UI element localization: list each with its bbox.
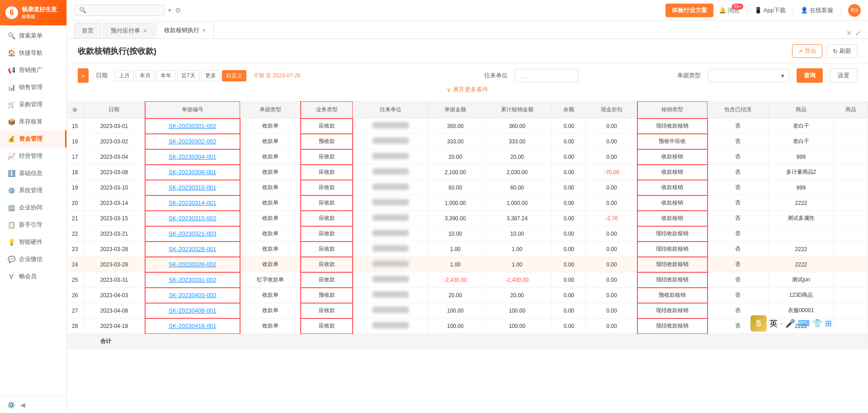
sidebar-item-marketing[interactable]: 📢 营销推广 bbox=[0, 62, 66, 79]
collapse-icon[interactable]: ◀ bbox=[20, 401, 25, 408]
doc-no-link[interactable]: SK-20230315-002 bbox=[169, 215, 217, 222]
dropdown-icon[interactable]: ▾ bbox=[168, 7, 171, 14]
cell-doc-no[interactable]: SK-20230304-001 bbox=[145, 149, 240, 165]
shirt-icon[interactable]: 👕 bbox=[812, 318, 822, 328]
cell-verify-type: 现结收款核销 bbox=[637, 318, 707, 334]
cell-biz-type: 应收款 bbox=[301, 149, 353, 165]
sidebar-item-capital[interactable]: 💰 资金管理 bbox=[0, 130, 66, 147]
filter-expand-button[interactable]: » bbox=[78, 68, 89, 83]
sidebar-item-quick-nav[interactable]: 🏠 快捷导航 bbox=[0, 44, 66, 62]
user-avatar[interactable]: Rit bbox=[848, 4, 861, 17]
th-amount[interactable]: 单据金额 bbox=[429, 101, 482, 119]
cell-doc-no[interactable]: SK-20230328-001 bbox=[145, 242, 240, 257]
sidebar-item-basic[interactable]: ℹ️ 基础信息 bbox=[0, 165, 66, 182]
partner-select[interactable]: ... bbox=[515, 69, 578, 82]
date-btn-custom[interactable]: 自定义 bbox=[222, 70, 246, 81]
date-btn-last-month[interactable]: 上月 bbox=[115, 70, 134, 81]
online-service[interactable]: 👤 在线客服 bbox=[801, 6, 833, 14]
doc-no-link[interactable]: SK-20230301-002 bbox=[169, 123, 217, 129]
sidebar-item-vip[interactable]: V 畅会员 bbox=[0, 268, 66, 285]
sidebar-item-sales[interactable]: 📊 销售管理 bbox=[0, 79, 66, 96]
cell-doc-no[interactable]: SK-20230403-002 bbox=[145, 288, 240, 303]
th-goods1[interactable]: 商品 bbox=[768, 101, 834, 119]
sidebar-item-enterprise-wx[interactable]: 💬 企业微信 bbox=[0, 251, 66, 268]
doc-no-link[interactable]: SK-20230331-002 bbox=[169, 276, 217, 283]
inventory-icon: 📦 bbox=[7, 118, 15, 125]
refresh-button[interactable]: ↻ 刷新 bbox=[827, 44, 857, 58]
doc-no-link[interactable]: SK-20230304-001 bbox=[169, 153, 217, 160]
notification-bell[interactable]: 🔔 消息 99+ bbox=[719, 6, 740, 14]
sidebar-item-system[interactable]: ⚙️ 系统管理 bbox=[0, 182, 66, 199]
doc-no-link[interactable]: SK-20230310-001 bbox=[169, 184, 217, 191]
cell-doc-no[interactable]: SK-20230302-002 bbox=[145, 134, 240, 149]
cell-doc-no[interactable]: SK-20230310-001 bbox=[145, 180, 240, 195]
date-btn-more[interactable]: 更多 bbox=[201, 70, 220, 81]
th-included[interactable]: 包含已结清 bbox=[708, 101, 768, 119]
cell-doc-no[interactable]: SK-20230301-002 bbox=[145, 119, 240, 134]
search-box[interactable]: 🔍 bbox=[74, 5, 165, 16]
tab-close-receipt-exec[interactable]: ✕ bbox=[202, 28, 206, 33]
mic-icon[interactable]: 🎤 bbox=[785, 318, 795, 328]
date-btn-this-year[interactable]: 本年 bbox=[156, 70, 175, 81]
cell-verified: 2,030.00 bbox=[482, 165, 552, 180]
cell-doc-no[interactable]: SK-20230418-001 bbox=[145, 318, 240, 334]
cell-amount: 1,000.00 bbox=[429, 195, 482, 211]
doc-no-link[interactable]: SK-20230314-001 bbox=[169, 199, 217, 206]
th-doc-no[interactable]: 单据编号 bbox=[145, 101, 240, 119]
sidebar-item-enterprise[interactable]: 🏢 企业协同 bbox=[0, 199, 66, 216]
tab-receipt-exec[interactable]: 收款核销执行 ✕ bbox=[156, 22, 214, 38]
tab-close-pre-receive[interactable]: ✕ bbox=[143, 28, 147, 34]
th-goods2[interactable]: 商品 bbox=[834, 101, 868, 119]
system-icon: ⚙️ bbox=[7, 187, 15, 194]
cell-doc-no[interactable]: SK-20230408-001 bbox=[145, 303, 240, 318]
doc-type-select[interactable]: ▾ bbox=[708, 69, 789, 82]
doc-no-link[interactable]: SK-20230321-003 bbox=[169, 230, 217, 237]
th-settings[interactable]: ⚙ bbox=[67, 101, 83, 119]
sidebar-item-search-menu[interactable]: 🔍 搜索菜单 bbox=[0, 27, 66, 44]
doc-no-link[interactable]: SK-20230408-001 bbox=[169, 307, 217, 314]
th-verified[interactable]: 累计核销金额 bbox=[482, 101, 552, 119]
export-button[interactable]: ↗ 导出 bbox=[792, 44, 822, 58]
sidebar-item-operations[interactable]: 📈 经营管理 bbox=[0, 147, 66, 165]
expand-more-conditions[interactable]: ∨ 展开更多条件 bbox=[78, 83, 857, 96]
topbar-settings-icon[interactable]: ⚙ bbox=[175, 6, 181, 14]
cell-doc-no[interactable]: SK-20230315-002 bbox=[145, 211, 240, 226]
doc-no-link[interactable]: SK-20230418-001 bbox=[169, 323, 217, 329]
cell-doc-no[interactable]: SK-20230314-001 bbox=[145, 195, 240, 211]
cell-goods2 bbox=[834, 211, 868, 226]
th-discount[interactable]: 现金折扣 bbox=[586, 101, 638, 119]
solution-button[interactable]: 体验行业方案 bbox=[665, 4, 713, 17]
keyboard-icon[interactable]: ⌨ bbox=[798, 318, 810, 328]
cell-doc-no[interactable]: SK-20230331-002 bbox=[145, 272, 240, 288]
sidebar-item-hardware[interactable]: 💡 智能硬件 bbox=[0, 233, 66, 251]
doc-no-link[interactable]: SK-20230328-001 bbox=[169, 246, 217, 252]
query-button[interactable]: 查询 bbox=[797, 68, 823, 83]
th-partner[interactable]: 往来单位 bbox=[353, 101, 429, 119]
cell-doc-no[interactable]: SK-20230321-003 bbox=[145, 226, 240, 242]
doc-no-link[interactable]: SK-20230328-002 bbox=[169, 261, 217, 268]
doc-no-link[interactable]: SK-20230403-002 bbox=[169, 292, 217, 299]
tab-pre-receive[interactable]: 预付应付单 ✕ bbox=[103, 23, 155, 38]
doc-no-link[interactable]: SK-20230308-001 bbox=[169, 169, 217, 176]
date-btn-this-month[interactable]: 本月 bbox=[136, 70, 155, 81]
expand-tab-btn[interactable]: ⤢ bbox=[855, 29, 861, 37]
grid-icon[interactable]: ⊞ bbox=[825, 318, 832, 328]
sidebar-item-purchase[interactable]: 🛒 采购管理 bbox=[0, 96, 66, 113]
cell-balance: 0.00 bbox=[552, 119, 586, 134]
sidebar-item-inventory[interactable]: 📦 库存核算 bbox=[0, 113, 66, 130]
cell-doc-no[interactable]: SK-20230308-001 bbox=[145, 165, 240, 180]
th-date[interactable]: 日期 bbox=[83, 101, 145, 119]
tab-home[interactable]: 首页 bbox=[74, 23, 101, 38]
settings-bottom-icon[interactable]: ⚙️ bbox=[7, 401, 15, 408]
sidebar-item-beginner[interactable]: 📋 新手引导 bbox=[0, 216, 66, 233]
th-biz-type[interactable]: 业务类型 bbox=[301, 101, 353, 119]
cell-doc-no[interactable]: SK-20230328-002 bbox=[145, 257, 240, 272]
th-doc-type[interactable]: 单据类型 bbox=[240, 101, 301, 119]
setting-button[interactable]: 设置 bbox=[830, 68, 857, 83]
date-btn-last-7days[interactable]: 近7天 bbox=[177, 70, 199, 81]
th-verify-type[interactable]: 核销类型 bbox=[637, 101, 707, 119]
th-balance[interactable]: 余额 bbox=[552, 101, 586, 119]
close-tab-btn[interactable]: ✕ bbox=[846, 29, 852, 37]
app-download[interactable]: 📱 App下载 bbox=[755, 6, 786, 14]
doc-no-link[interactable]: SK-20230302-002 bbox=[169, 138, 217, 145]
